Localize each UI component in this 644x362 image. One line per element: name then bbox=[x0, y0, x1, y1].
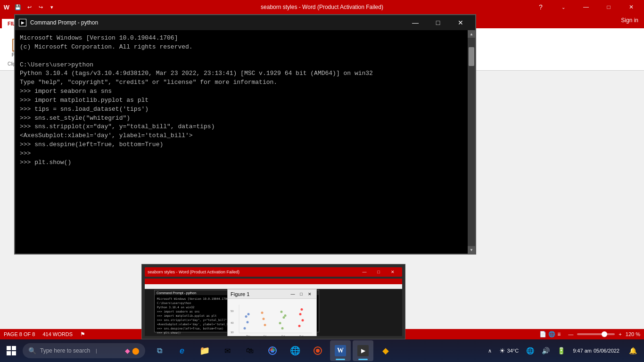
taskbar-word[interactable]: W bbox=[330, 340, 351, 361]
preview-minimize-btn[interactable]: — bbox=[358, 268, 371, 276]
preview-figure-window: Figure 1 — □ ✕ 50 40 30 T bbox=[227, 289, 317, 336]
taskbar-edge[interactable]: e bbox=[172, 340, 192, 361]
figure-title: Figure 1 bbox=[231, 291, 249, 297]
svg-point-18 bbox=[279, 322, 281, 324]
svg-text:50: 50 bbox=[231, 310, 234, 313]
systray-volume[interactable]: 🔊 bbox=[540, 346, 552, 355]
help-button[interactable]: ? bbox=[530, 0, 552, 14]
task-view-icon: ⧉ bbox=[157, 346, 162, 355]
svg-point-14 bbox=[264, 324, 266, 326]
systray-battery[interactable]: 🔋 bbox=[555, 346, 567, 355]
misc-icon: ◆ bbox=[382, 346, 389, 356]
systray-network[interactable]: 🌐 bbox=[524, 346, 536, 355]
zoom-slider[interactable] bbox=[577, 333, 615, 335]
scroll-thumb[interactable] bbox=[469, 47, 474, 66]
preview-close-btn[interactable]: ✕ bbox=[386, 268, 399, 276]
chromium-icon bbox=[313, 346, 322, 355]
start-button[interactable] bbox=[0, 339, 23, 362]
figure-content: 50 40 30 Thu Fri Sat Sun bbox=[228, 299, 316, 336]
redo-icon[interactable]: ↪ bbox=[36, 2, 45, 12]
taskbar-globe[interactable]: 🌐 bbox=[285, 340, 305, 361]
svg-point-12 bbox=[248, 313, 250, 315]
zoom-level: 120 % bbox=[626, 331, 640, 337]
figure-close-btn[interactable]: ✕ bbox=[306, 290, 314, 298]
svg-point-21 bbox=[299, 313, 302, 315]
figure-titlebar: Figure 1 — □ ✕ bbox=[228, 289, 316, 299]
clock-time: 9:47 am bbox=[573, 347, 592, 354]
svg-text:Sat: Sat bbox=[281, 335, 285, 337]
svg-point-22 bbox=[302, 319, 304, 321]
taskbar-store[interactable]: 🛍 bbox=[239, 340, 260, 361]
svg-point-11 bbox=[244, 327, 246, 329]
preview-maximize-btn[interactable]: □ bbox=[372, 268, 385, 276]
taskbar-search[interactable]: 🔍 Type here to search | ◆ ⬤ bbox=[23, 343, 145, 358]
notification-button[interactable]: 🔔 bbox=[625, 343, 640, 358]
ribbon-toggle-button[interactable]: ⌄ bbox=[553, 0, 574, 14]
scroll-down-arrow[interactable]: ▼ bbox=[468, 246, 475, 254]
svg-text:Sun: Sun bbox=[299, 335, 304, 337]
search-icons: ◆ ⬤ bbox=[125, 347, 140, 354]
web-view-icon[interactable]: 🌐 bbox=[548, 331, 555, 337]
figure-maximize-btn[interactable]: □ bbox=[297, 290, 305, 298]
taskbar-chrome1[interactable] bbox=[262, 340, 283, 361]
preview-cmd-title: Command Prompt - python bbox=[157, 291, 196, 295]
cmd-output[interactable]: Microsoft Windows [Version 10.0.19044.17… bbox=[15, 30, 468, 254]
cmd-close-btn[interactable]: ✕ bbox=[450, 15, 471, 30]
taskbar-cmd[interactable]: ▶ bbox=[353, 340, 373, 361]
outline-view-icon[interactable]: ≡ bbox=[557, 331, 561, 337]
systray: ∧ ☀ 34°C 🌐 🔊 🔋 9:47 am 05/06/2022 🔔 bbox=[486, 343, 644, 358]
taskbar-misc[interactable]: ◆ bbox=[375, 340, 396, 361]
tray-expand-icon: ∧ bbox=[488, 348, 492, 354]
maximize-button[interactable]: □ bbox=[598, 0, 619, 14]
titlebar-left: W 💾 ↩ ↪ ▾ bbox=[0, 2, 57, 12]
taskbar-chromium[interactable] bbox=[307, 340, 328, 361]
clock[interactable]: 9:47 am 05/06/2022 bbox=[571, 346, 621, 355]
network-icon: 🌐 bbox=[526, 347, 534, 354]
battery-icon: 🔋 bbox=[557, 347, 565, 354]
store-icon: 🛍 bbox=[246, 346, 254, 355]
scatter-chart: 50 40 30 Thu Fri Sat Sun bbox=[230, 301, 314, 336]
close-button[interactable]: ✕ bbox=[620, 0, 642, 14]
taskbar-task-view[interactable]: ⧉ bbox=[149, 340, 170, 361]
signin-area[interactable]: Sign in bbox=[615, 14, 644, 26]
track-changes-icon: ⚑ bbox=[80, 331, 85, 337]
cmd-content: Microsoft Windows [Version 10.0.19044.17… bbox=[15, 30, 475, 254]
scroll-up-arrow[interactable]: ▲ bbox=[468, 30, 475, 38]
svg-point-9 bbox=[245, 315, 248, 318]
zoom-thumb bbox=[602, 331, 607, 337]
word-icon: W bbox=[2, 2, 11, 12]
cmd-maximize-btn[interactable]: □ bbox=[427, 15, 449, 30]
statusbar-left: PAGE 8 OF 8 414 WORDS ⚑ bbox=[4, 331, 85, 337]
zoom-out-btn[interactable]: — bbox=[568, 331, 573, 337]
svg-point-13 bbox=[263, 318, 265, 320]
search-icon: 🔍 bbox=[28, 347, 36, 354]
view-icons: 📄 🌐 ≡ bbox=[539, 331, 561, 337]
titlebar-controls: ? ⌄ — □ ✕ bbox=[530, 0, 644, 14]
zoom-in-btn[interactable]: + bbox=[619, 331, 621, 337]
temperature: 34°C bbox=[507, 348, 519, 354]
preview-ribbon bbox=[145, 284, 402, 289]
word-taskbar-icon: W bbox=[335, 345, 346, 356]
customize-icon[interactable]: ▾ bbox=[47, 2, 57, 12]
word-titlebar: W 💾 ↩ ↪ ▾ seaborn styles - Word (Product… bbox=[0, 0, 644, 14]
systray-up-arrow[interactable]: ∧ bbox=[486, 347, 494, 355]
svg-point-17 bbox=[283, 316, 285, 319]
window-title: seaborn styles - Word (Product Activatio… bbox=[261, 4, 383, 10]
cmd-minimize-btn[interactable]: — bbox=[405, 15, 426, 30]
preview-controls: — □ ✕ bbox=[358, 268, 399, 276]
cmd-scrollbar[interactable]: ▲ ▼ bbox=[468, 30, 475, 254]
cmd-icon: ▶ bbox=[19, 19, 26, 26]
figure-minimize-btn[interactable]: — bbox=[289, 290, 297, 298]
preview-ribbon-bar bbox=[145, 279, 402, 284]
taskbar-mail[interactable]: ✉ bbox=[217, 340, 238, 361]
cmd-window: ▶ Command Prompt - python — □ ✕ Microsof… bbox=[14, 14, 476, 255]
minimize-button[interactable]: — bbox=[575, 0, 597, 14]
save-icon[interactable]: 💾 bbox=[13, 2, 23, 12]
svg-point-23 bbox=[298, 325, 301, 327]
preview-title: seaborn styles - Word (Product Activatio… bbox=[148, 270, 239, 274]
taskbar-files[interactable]: 📁 bbox=[194, 340, 215, 361]
systray-weather[interactable]: ☀ 34°C bbox=[497, 346, 521, 355]
undo-icon[interactable]: ↩ bbox=[25, 2, 34, 12]
page-count: PAGE 8 OF 8 bbox=[4, 331, 35, 337]
print-view-icon[interactable]: 📄 bbox=[539, 331, 546, 337]
